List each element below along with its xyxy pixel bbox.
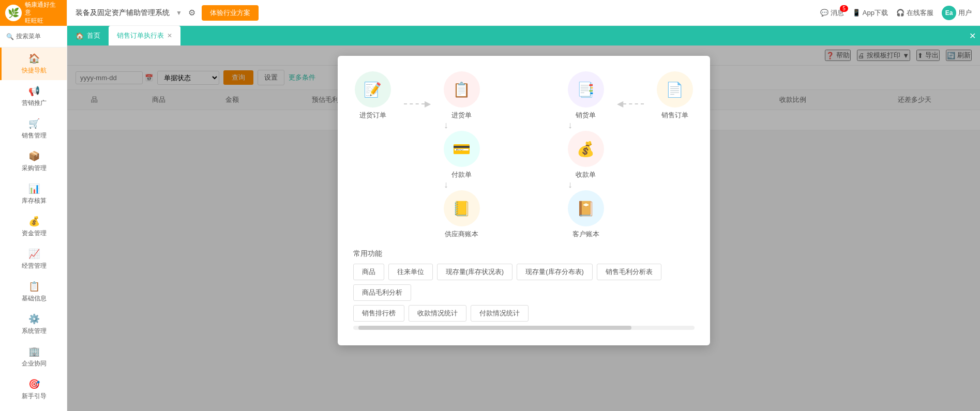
btn-product[interactable]: 商品 [353,264,384,280]
service-icon: 🎧 [896,9,904,17]
message-icon: 💬 [820,9,828,17]
sidebar-nav: 🏠 快捷导航 📢 营销推广 🛒 销售管理 📦 采购管理 📊 库存核算 💰 [0,48,67,411]
marketing-icon: 📢 [28,85,40,97]
receipt-bill-icon: 💰 [568,131,604,167]
enterprise-icon: 🏢 [28,346,40,357]
payment-bill-label: 付款单 [451,170,472,179]
btn-receipt-stats[interactable]: 收款情况统计 [409,305,466,322]
home-icon: 🏠 [28,53,40,64]
main-content: 装备及固定资产辅助管理系统 ▼ ⚙ 体验行业方案 💬 消息 5 📱 App下载 … [67,0,980,411]
scroll-track [353,326,695,330]
tabbar: 🏠 首页 销售订单执行表 ✕ ✕ [67,26,980,45]
scroll-thumb[interactable] [358,326,631,330]
arrow-row-2: ↓ ↓ [353,179,695,190]
btn-product-gross-analysis[interactable]: 商品毛利分析 [353,284,411,301]
flow-item-sales-bill[interactable]: 📑 销货单 [555,71,617,120]
flow-diagram: 📝 进货订单 ▶ 📋 进货单 [353,71,695,239]
customer-ledger-icon: 📔 [568,190,604,226]
avatar: Ea [942,6,956,20]
supplier-ledger-icon: 📒 [444,190,480,226]
system-title: 装备及固定资产辅助管理系统 [76,8,170,18]
sidebar-item-basic-info[interactable]: 📋 基础信息 [0,276,67,308]
newbie-icon: 🎯 [28,378,40,390]
btn-payment-stats[interactable]: 付款情况统计 [471,305,529,322]
modal-overlay: 📝 进货订单 ▶ 📋 进货单 [67,45,980,411]
inventory-icon: 📊 [28,183,40,194]
logo-icon: 🌿 [5,5,22,21]
tab-close-icon[interactable]: ✕ [167,32,172,39]
dropdown-arrow-icon[interactable]: ▼ [176,9,182,17]
flow-item-sales-order[interactable]: 📄 销售订单 [644,71,706,120]
user-item[interactable]: Ea 用户 [942,6,972,20]
sidebar-item-quick-nav[interactable]: 🏠 快捷导航 [0,48,67,80]
arrow-right-1: ▶ [404,99,431,120]
operations-icon: 📈 [28,248,40,260]
sidebar-item-marketing[interactable]: 📢 营销推广 [0,80,67,113]
payment-bill-icon: 💳 [444,131,480,167]
purchase-bill-label: 进货单 [451,111,472,120]
modal-dialog: 📝 进货订单 ▶ 📋 进货单 [338,56,710,345]
common-functions-title: 常用功能 [353,249,695,258]
btn-counterpart[interactable]: 往来单位 [388,264,433,280]
sales-order-label: 销售订单 [661,111,688,120]
purchase-order-icon: 📝 [355,71,391,108]
sales-bill-icon: 📑 [568,71,604,108]
btn-current-stock-dist[interactable]: 现存量(库存分布表) [517,264,593,280]
tab-home[interactable]: 🏠 首页 [67,26,109,45]
common-functions: 常用功能 商品 往来单位 现存量(库存状况表) 现存量(库存分布表) 销售毛利分… [353,249,695,322]
tab-sales-order-exec[interactable]: 销售订单执行表 ✕ [109,26,180,45]
flow-item-customer-ledger[interactable]: 📔 客户账本 [555,190,617,239]
sidebar-item-newbie[interactable]: 🎯 新手引导 [0,373,67,406]
logo-text: 畅康通好生意 旺旺旺 [25,1,62,25]
sidebar-logo: 🌿 畅康通好生意 旺旺旺 [0,0,67,26]
message-item[interactable]: 💬 消息 5 [820,8,844,18]
tabbar-close-icon[interactable]: ✕ [969,31,976,41]
flow-item-receipt-bill[interactable]: 💰 收款单 [555,131,617,179]
purchase-bill-icon: 📋 [444,71,480,108]
search-menu-button[interactable]: 🔍 搜索菜单 [4,30,63,43]
basic-info-icon: 📋 [28,281,40,292]
sidebar: 🌿 畅康通好生意 旺旺旺 🔍 搜索菜单 🏠 快捷导航 📢 营销推广 [0,0,67,411]
receipt-bill-label: 收款单 [576,170,596,179]
sales-icon: 🛒 [28,118,40,129]
customer-ledger-label: 客户账本 [572,230,599,239]
common-buttons-group-2: 销售排行榜 收款情况统计 付款情况统计 [353,305,695,322]
sidebar-item-sales[interactable]: 🛒 销售管理 [0,113,67,145]
purchase-order-label: 进货订单 [359,111,386,120]
supplier-ledger-label: 供应商账本 [445,230,478,239]
common-buttons-group: 商品 往来单位 现存量(库存状况表) 现存量(库存分布表) 销售毛利分析表 商品… [353,264,695,301]
gear-icon[interactable]: ⚙ [188,8,195,18]
sidebar-item-finance[interactable]: 💰 资金管理 [0,210,67,243]
topbar: 装备及固定资产辅助管理系统 ▼ ⚙ 体验行业方案 💬 消息 5 📱 App下载 … [67,0,980,26]
search-icon: 🔍 [6,33,14,40]
flow-item-purchase-bill[interactable]: 📋 进货单 [431,71,493,120]
sales-order-icon: 📄 [657,71,693,108]
btn-sales-gross-analysis[interactable]: 销售毛利分析表 [597,264,661,280]
finance-icon: 💰 [28,216,40,227]
sidebar-item-system[interactable]: ⚙️ 系统管理 [0,308,67,341]
flow-item-payment-bill[interactable]: 💳 付款单 [431,131,493,179]
sidebar-item-purchase[interactable]: 📦 采购管理 [0,145,67,178]
online-service-item[interactable]: 🎧 在线客服 [896,8,933,18]
system-icon: ⚙️ [28,313,40,325]
page-area: ❓ 帮助 🖨 按模板打印 ▼ ⬆ 导出 🔄 刷新 [67,45,980,411]
sidebar-item-operations[interactable]: 📈 经营管理 [0,243,67,276]
flow-item-supplier-ledger[interactable]: 📒 供应商账本 [431,190,493,239]
sales-bill-label: 销货单 [576,111,596,120]
experience-btn[interactable]: 体验行业方案 [202,5,259,21]
topbar-right: 💬 消息 5 📱 App下载 🎧 在线客服 Ea 用户 [820,6,972,20]
modal-scroll [353,322,695,330]
home-tab-icon: 🏠 [76,32,84,40]
message-badge: 5 [840,5,848,12]
sidebar-item-inventory[interactable]: 📊 库存核算 [0,178,67,210]
arrow-row: ↓ ↓ [353,120,695,131]
btn-sales-ranking[interactable]: 销售排行榜 [353,305,404,322]
sidebar-search-area: 🔍 搜索菜单 [0,26,67,48]
purchase-icon: 📦 [28,150,40,162]
btn-current-stock-status[interactable]: 现存量(库存状况表) [437,264,513,280]
phone-icon: 📱 [852,9,861,17]
flow-item-purchase-order[interactable]: 📝 进货订单 [342,71,404,120]
arrow-left-1: ◀ [617,99,644,120]
app-download-item[interactable]: 📱 App下载 [852,8,888,18]
sidebar-item-enterprise[interactable]: 🏢 企业协同 [0,341,67,373]
